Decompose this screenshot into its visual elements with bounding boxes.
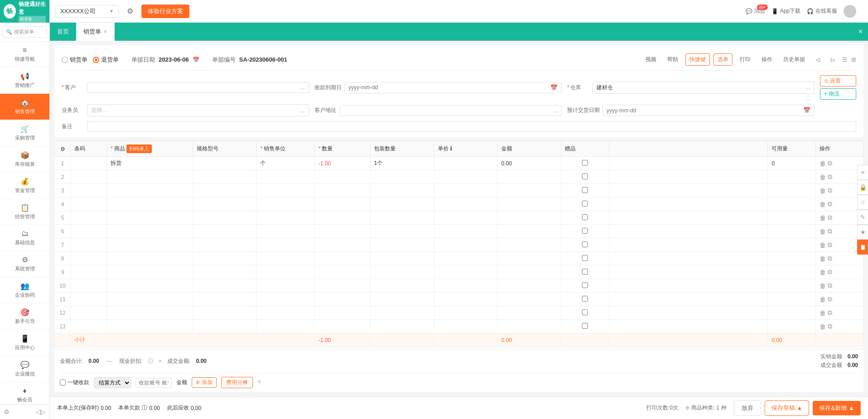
row-7-copy-button[interactable]: ⧉ (828, 241, 832, 249)
row-13-copy-button[interactable]: ⧉ (828, 323, 832, 330)
side-tool-6[interactable]: 📋 (857, 240, 868, 255)
row-12-copy-button[interactable]: ⧉ (828, 309, 832, 317)
help-button[interactable]: 帮助 (664, 54, 682, 65)
row-6-delete-button[interactable]: 🗑 (820, 228, 826, 235)
delivery-date-input[interactable]: 📅 (602, 105, 815, 116)
sidebar-item-purchase[interactable]: 🛒 采购管理 (0, 120, 49, 146)
shortcut-button[interactable]: 快捷键 (685, 53, 710, 66)
online-service-action[interactable]: 🎧 在线客服 (807, 7, 837, 15)
sales-order-radio[interactable]: 销货单 (62, 56, 87, 64)
row-1-price[interactable] (434, 157, 497, 170)
row-6-gift-checkbox[interactable] (582, 228, 588, 234)
view-toggle-list[interactable]: ☰ (842, 56, 848, 63)
collapse-button[interactable]: ◁▷ (36, 408, 46, 415)
row-1-qty[interactable]: -1.00 (315, 157, 370, 170)
sidebar-item-collab[interactable]: 👥 企业协同 (0, 277, 49, 303)
sidebar-item-guide[interactable]: 🎯 新手引导 (0, 303, 49, 330)
sidebar-item-sales[interactable]: 🏠 销售管理 (0, 94, 49, 120)
customer-picker-icon[interactable]: ... (301, 84, 305, 91)
search-menu-button[interactable]: 🔍 搜索菜单 (3, 26, 47, 38)
app-download-action[interactable]: 📱 App下载 (771, 7, 800, 15)
row-8-copy-button[interactable]: ⧉ (828, 255, 832, 262)
tab-close-icon[interactable]: × (104, 29, 107, 35)
row-1-product[interactable]: 拆货 (107, 157, 193, 170)
logistics-button[interactable]: + 物流 (820, 88, 856, 100)
row-5-copy-button[interactable]: ⧉ (828, 214, 832, 222)
row-8-gift-checkbox[interactable] (582, 255, 588, 261)
setup-button[interactable]: ⊙ 设置 (820, 75, 856, 87)
row-4-gift-checkbox[interactable] (582, 201, 588, 207)
sidebar-item-inventory[interactable]: 📦 库存核算 (0, 146, 49, 173)
warehouse-picker-icon[interactable]: ... (806, 84, 810, 91)
trial-button[interactable]: 体验行业方案 (141, 5, 189, 18)
discard-button[interactable]: 放弃 (734, 400, 761, 416)
view-toggle-grid[interactable]: ⊞ (851, 56, 856, 63)
address-input[interactable]: ... (340, 105, 562, 116)
warehouse-input[interactable]: 建材仓 ... (592, 82, 815, 94)
sidebar-item-wechat[interactable]: 💬 企业微信 (0, 356, 49, 382)
row-1-delete-button[interactable]: 🗑 (820, 160, 826, 167)
history-button[interactable]: 历史单据 (780, 54, 809, 65)
add-payment-button[interactable]: ⊕ 添加 (192, 377, 217, 388)
delivery-date-text[interactable] (606, 107, 801, 114)
row-12-delete-button[interactable]: 🗑 (820, 309, 826, 317)
address-picker-icon[interactable]: ... (553, 107, 558, 114)
row-1-spec[interactable] (193, 157, 257, 170)
onepay-checkbox-label[interactable]: 一键收款 (60, 379, 89, 386)
row-2-copy-button[interactable]: ⧉ (828, 173, 832, 181)
sidebar-item-quicknav[interactable]: ≡ 快捷导航 (0, 42, 49, 67)
expense-split-button[interactable]: 费用分摊 (221, 377, 253, 388)
row-3-copy-button[interactable]: ⧉ (828, 187, 832, 194)
side-tool-3[interactable]: ☆ (857, 195, 868, 210)
sidebar-item-basicinfo[interactable]: 🗂 基础信息 (0, 225, 49, 251)
row-1-gift[interactable] (561, 157, 609, 170)
save-new-button[interactable]: 保存&新增 ▲ (813, 401, 861, 415)
sidebar-item-system[interactable]: ⚙ 系统管理 (0, 251, 49, 277)
row-13-delete-button[interactable]: 🗑 (820, 323, 826, 330)
row-1-pkgqty[interactable]: 1个 (370, 157, 434, 170)
row-10-gift-checkbox[interactable] (582, 282, 588, 288)
debt-help-icon[interactable]: ⓘ (142, 404, 147, 412)
close-all-tabs-button[interactable]: × (853, 28, 868, 36)
row-10-delete-button[interactable]: 🗑 (820, 282, 826, 289)
row-11-gift-checkbox[interactable] (582, 296, 588, 302)
sidebar-item-finance[interactable]: 💰 资金管理 (0, 173, 49, 199)
global-settings-button[interactable]: ⚙ (123, 5, 137, 18)
prev-doc-button[interactable]: ◁ (812, 55, 824, 65)
row-9-gift-checkbox[interactable] (582, 269, 588, 275)
row-7-gift-checkbox[interactable] (582, 241, 588, 247)
row-1-copy-button[interactable]: ⧉ (828, 159, 832, 167)
settings-footer-button[interactable]: ⚙ (4, 408, 10, 415)
pay-method-select[interactable]: 结算方式 (94, 377, 131, 388)
customer-input[interactable]: ... (87, 82, 309, 93)
sidebar-item-marketing[interactable]: 📢 营销推广 (0, 67, 49, 94)
salesperson-input[interactable]: 选择... ... (87, 104, 309, 116)
row-11-copy-button[interactable]: ⧉ (828, 295, 832, 303)
due-date-calendar-icon[interactable]: 📅 (550, 84, 558, 91)
company-selector[interactable]: XXXXXX公司 ▼ (55, 5, 119, 18)
remarks-input[interactable] (87, 121, 856, 132)
tab-sales-order[interactable]: 销货单 × (76, 23, 115, 41)
row-4-delete-button[interactable]: 🗑 (820, 201, 826, 208)
onepay-checkbox[interactable] (60, 380, 66, 385)
return-order-radio[interactable]: 退货单 (93, 56, 119, 64)
row-6-copy-button[interactable]: ⧉ (828, 227, 832, 235)
row-1-barcode[interactable] (71, 157, 107, 170)
sidebar-item-operations[interactable]: 📋 经营管理 (0, 199, 49, 225)
sidebar-item-member[interactable]: ♦ 畅会员 (0, 382, 49, 404)
row-13-gift-checkbox[interactable] (582, 323, 588, 329)
row-5-gift-checkbox[interactable] (582, 214, 588, 220)
side-tool-4[interactable]: ✎ (857, 210, 868, 225)
message-action[interactable]: 💬 消息 99+ (746, 7, 765, 15)
sidebar-item-appcenter[interactable]: 📱 应用中心 (0, 330, 49, 356)
pay-account-input[interactable] (136, 378, 172, 388)
video-button[interactable]: 视频 (642, 54, 660, 65)
tab-home[interactable]: 首页 (50, 23, 76, 41)
side-tool-5[interactable]: ★ (857, 225, 868, 240)
row-12-gift-checkbox[interactable] (582, 309, 588, 315)
row-4-copy-button[interactable]: ⧉ (828, 200, 832, 208)
row-2-gift-checkbox[interactable] (582, 173, 588, 179)
row-3-gift-checkbox[interactable] (582, 187, 588, 193)
salesperson-picker-icon[interactable]: ... (301, 107, 305, 114)
row-11-delete-button[interactable]: 🗑 (820, 296, 826, 303)
